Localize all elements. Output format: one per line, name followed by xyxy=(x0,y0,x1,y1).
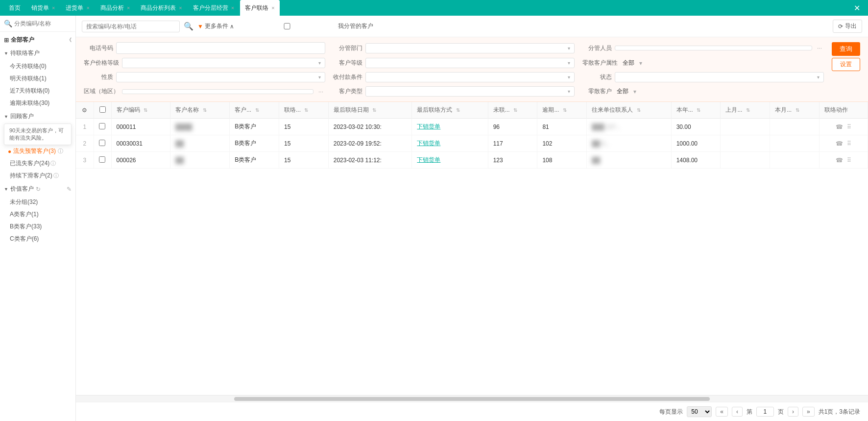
close-product-analysis[interactable]: × xyxy=(127,5,130,11)
row-contact-count-2: 15 xyxy=(279,135,328,152)
row-checkbox-3[interactable] xyxy=(94,152,111,169)
sidebar-item-class-b[interactable]: B类客户(33) xyxy=(0,221,75,233)
customer-type-select[interactable]: ▾ xyxy=(365,86,575,97)
search-input[interactable] xyxy=(82,21,180,32)
row-last-method-3[interactable]: 下销货单 xyxy=(412,152,488,169)
row-last-method-1[interactable]: 下销货单 xyxy=(412,119,488,135)
col-contact-count[interactable]: 联络... ⇅ xyxy=(279,102,328,119)
col-this-month[interactable]: 本月... ⇅ xyxy=(770,102,820,119)
nav-customer-stratification[interactable]: 客户分层经营 × xyxy=(188,0,239,16)
col-name[interactable]: 客户名称 ⇅ xyxy=(170,102,230,119)
nav-product-analysis[interactable]: 商品分析 × xyxy=(96,0,135,16)
sidebar-item-7days-contact[interactable]: 近7天待联络(0) xyxy=(0,85,75,97)
nav-home[interactable]: 首页 xyxy=(4,0,25,16)
row-num-2: 2 xyxy=(76,135,94,152)
settings-button[interactable]: 设置 xyxy=(832,58,860,71)
col-this-year[interactable]: 本年... ⇅ xyxy=(671,102,721,119)
last-page-button[interactable]: » xyxy=(802,407,815,417)
refresh-icon[interactable]: ↻ xyxy=(36,186,41,193)
content-area: 🔍 ▼ 更多条件 ∧ 我分管的客户 ⟳ 导出 xyxy=(76,16,868,421)
close-customer-contact[interactable]: × xyxy=(271,5,274,11)
col-contact-person[interactable]: 往来单位联系人 ⇅ xyxy=(587,102,671,119)
export-icon: ⟳ xyxy=(838,23,843,30)
person-select[interactable] xyxy=(615,46,812,50)
close-customer-stratification[interactable]: × xyxy=(231,5,234,11)
region-select[interactable] xyxy=(122,89,313,94)
scrollbar-thumb[interactable] xyxy=(234,397,709,401)
close-product-analysis-list[interactable]: × xyxy=(179,5,182,11)
sidebar-item-churn-warning[interactable]: ● 流失预警客户(3) ⓘ xyxy=(0,145,75,157)
sidebar-item-overdue-contact[interactable]: 逾期未联络(30) xyxy=(0,97,75,109)
sidebar-section-pending-contact[interactable]: ▼ 待联络客户 xyxy=(0,46,75,60)
my-customers-toggle[interactable]: 我分管的客户 xyxy=(238,22,373,30)
dept-select[interactable]: ▾ xyxy=(365,43,575,53)
arrow-icon-3: ▼ xyxy=(4,187,8,192)
sidebar-search-input[interactable] xyxy=(14,20,72,27)
row-checkbox-2[interactable] xyxy=(94,135,111,152)
sidebar-item-declining[interactable]: 持续下滑客户(2) ⓘ xyxy=(0,170,75,182)
sidebar-section-value-customers[interactable]: ▼ 价值客户 ↻ ✎ xyxy=(0,182,75,196)
close-purchase-order[interactable]: × xyxy=(86,5,89,11)
page-size-select[interactable]: 50 20 100 xyxy=(687,406,712,417)
region-dots[interactable]: ··· xyxy=(316,88,325,95)
row-action-2[interactable]: ☎ ⠿ xyxy=(819,135,868,152)
more-action-icon-1[interactable]: ⠿ xyxy=(847,124,851,130)
col-checkbox[interactable] xyxy=(94,102,111,119)
close-sales-order[interactable]: × xyxy=(52,5,55,11)
search-button[interactable]: 🔍 xyxy=(184,22,193,31)
select-all-checkbox[interactable] xyxy=(99,106,106,113)
customer-level-select[interactable]: ▾ xyxy=(365,58,575,68)
prev-page-button[interactable]: ‹ xyxy=(732,407,743,417)
status-select[interactable]: ▾ xyxy=(615,72,824,82)
phone-input[interactable] xyxy=(116,42,325,54)
row-last-month-1 xyxy=(721,119,770,135)
row-action-1[interactable]: ☎ ⠿ xyxy=(819,119,868,135)
nature-select[interactable]: ▾ xyxy=(116,72,325,82)
sidebar-item-churned[interactable]: 已流失客户(24) ⓘ xyxy=(0,157,75,170)
contact-icon-3[interactable]: ☎ xyxy=(836,157,843,164)
query-button[interactable]: 查询 xyxy=(832,42,860,56)
sidebar-search-bar: 🔍 xyxy=(0,16,75,32)
filter-row-2: 客户价格等级 ▾ 客户等级 ▾ xyxy=(84,58,824,68)
export-button[interactable]: ⟳ 导出 xyxy=(833,20,862,33)
nav-product-analysis-list[interactable]: 商品分析列表 × xyxy=(136,0,187,16)
my-customers-checkbox[interactable] xyxy=(238,23,336,29)
row-last-method-2[interactable]: 下销货单 xyxy=(412,135,488,152)
col-last-contact-date[interactable]: 最后联络日期 ⇅ xyxy=(328,102,412,119)
sidebar-section-review-customers[interactable]: ▼ 回顾客户 xyxy=(0,109,75,124)
sidebar-item-today-contact[interactable]: 今天待联络(0) xyxy=(0,60,75,73)
sidebar-item-class-c[interactable]: C类客户(6) xyxy=(0,233,75,245)
first-page-button[interactable]: « xyxy=(716,407,728,417)
contact-icon-1[interactable]: ☎ xyxy=(836,124,843,130)
filter-action-buttons: 查询 设置 xyxy=(832,42,860,97)
nav-purchase-order[interactable]: 进货单 × xyxy=(61,0,94,16)
row-last-date-2: 2023-02-09 19:52: xyxy=(328,135,412,152)
nav-sales-order[interactable]: 销货单 × xyxy=(26,0,60,16)
payment-select[interactable]: ▾ xyxy=(365,72,575,82)
horizontal-scrollbar[interactable] xyxy=(76,395,868,402)
sidebar-all-customers[interactable]: ⊞ 全部客户 《 xyxy=(0,32,75,46)
more-conditions-btn[interactable]: ▼ 更多条件 ∧ xyxy=(197,22,234,30)
price-level-select[interactable]: ▾ xyxy=(122,58,325,68)
col-last-month[interactable]: 上月... ⇅ xyxy=(721,102,770,119)
contact-icon-2[interactable]: ☎ xyxy=(836,140,843,147)
col-last-contact-method[interactable]: 最后联络方式 ⇅ xyxy=(412,102,488,119)
col-settings[interactable]: ⚙ xyxy=(76,102,94,119)
col-code[interactable]: 客户编码 ⇅ xyxy=(111,102,170,119)
sidebar-item-ungrouped[interactable]: 未分组(32) xyxy=(0,196,75,208)
col-no-contact[interactable]: 未联... ⇅ xyxy=(488,102,537,119)
window-close-btn[interactable]: ✕ xyxy=(850,3,864,13)
row-checkbox-1[interactable] xyxy=(94,119,111,135)
sidebar-item-class-a[interactable]: A类客户(1) xyxy=(0,208,75,221)
col-type[interactable]: 客户... ⇅ xyxy=(230,102,279,119)
person-dots[interactable]: ··· xyxy=(815,45,824,51)
more-action-icon-2[interactable]: ⠿ xyxy=(847,140,851,147)
edit-icon[interactable]: ✎ xyxy=(67,186,72,193)
sidebar-item-tomorrow-contact[interactable]: 明天待联络(1) xyxy=(0,73,75,85)
col-overdue[interactable]: 逾期... ⇅ xyxy=(537,102,587,119)
more-action-icon-3[interactable]: ⠿ xyxy=(847,157,851,164)
next-page-button[interactable]: › xyxy=(788,407,798,417)
row-action-3[interactable]: ☎ ⠿ xyxy=(819,152,868,169)
nav-customer-contact[interactable]: 客户联络 × xyxy=(240,0,279,16)
page-number-input[interactable] xyxy=(756,407,774,417)
